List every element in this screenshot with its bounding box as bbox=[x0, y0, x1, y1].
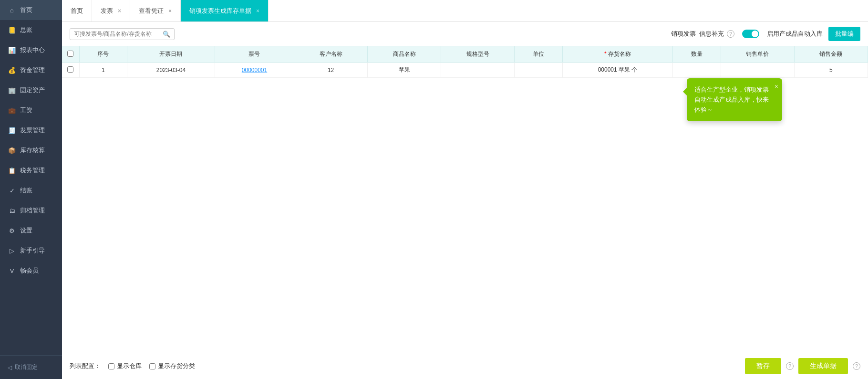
row-model bbox=[441, 63, 515, 78]
row-inventory: 000001 苹果 个 bbox=[562, 63, 673, 78]
search-icon: 🔍 bbox=[163, 31, 170, 38]
sidebar-item-tax[interactable]: 📋 税务管理 bbox=[0, 160, 62, 180]
checkout-icon: ✓ bbox=[8, 186, 16, 195]
sidebar-item-label: 设置 bbox=[20, 226, 32, 235]
search-box[interactable]: 🔍 bbox=[70, 28, 175, 40]
sidebar-item-archive[interactable]: 🗂 归档管理 bbox=[0, 200, 62, 221]
tab-stock-receipt-close[interactable]: × bbox=[256, 8, 259, 14]
tab-invoice[interactable]: 发票 × bbox=[92, 0, 130, 21]
table-header-row: 序号 开票日期 票号 客户名称 商品名称 bbox=[62, 46, 868, 63]
row-ticket-no[interactable]: 00000001 bbox=[215, 63, 294, 78]
toolbar: 🔍 销项发票_信息补充 ? 启用产成品自动入库 批量编 bbox=[62, 22, 868, 46]
settings-icon: ⚙ bbox=[8, 226, 16, 235]
bottom-bar: 列表配置： 显示仓库 显示存货分类 暂存 ? 生成单据 ? bbox=[62, 353, 868, 379]
tax-icon: 📋 bbox=[8, 166, 16, 175]
header-customer: 客户名称 bbox=[294, 46, 368, 63]
header-seq: 序号 bbox=[79, 46, 127, 63]
sidebar-item-label: 工资 bbox=[20, 106, 32, 115]
pin-icon: ◁ bbox=[8, 364, 12, 371]
sidebar-item-checkout[interactable]: ✓ 结账 bbox=[0, 180, 62, 200]
sidebar-item-member[interactable]: V 畅会员 bbox=[0, 261, 62, 281]
salary-icon: 💼 bbox=[8, 106, 16, 115]
pin-toggle[interactable]: ◁ 取消固定 bbox=[0, 359, 62, 375]
pin-label: 取消固定 bbox=[15, 363, 38, 371]
tooltip-close-button[interactable]: × bbox=[775, 81, 778, 92]
tooltip-text: 适合生产型企业，销项发票自动生成产成品入库，快来体验～ bbox=[694, 86, 769, 113]
archive-icon: 🗂 bbox=[8, 206, 16, 215]
sidebar-item-label: 税务管理 bbox=[20, 166, 45, 175]
toggle-knob bbox=[752, 31, 758, 37]
sidebar-bottom: ◁ 取消固定 bbox=[0, 355, 62, 379]
home-icon: ⌂ bbox=[8, 6, 16, 14]
list-config-label: 列表配置： bbox=[70, 362, 101, 370]
tab-voucher-close[interactable]: × bbox=[168, 8, 172, 14]
sidebar-item-label: 总账 bbox=[20, 26, 32, 34]
header-unit-price: 销售单价 bbox=[721, 46, 794, 63]
generate-button[interactable]: 生成单据 bbox=[798, 358, 848, 374]
save-button[interactable]: 暂存 bbox=[745, 358, 781, 374]
show-category-label[interactable]: 显示存货分类 bbox=[149, 362, 195, 370]
tab-stock-receipt-label: 销项发票生成库存单据 bbox=[189, 7, 251, 15]
sidebar-item-ledger[interactable]: 📒 总账 bbox=[0, 20, 62, 40]
sidebar-item-label: 固定资产 bbox=[20, 86, 45, 95]
main-content: 首页 发票 × 查看凭证 × 销项发票生成库存单据 × 🔍 销项发票_信息补充 … bbox=[62, 0, 868, 379]
auto-warehouse-toggle[interactable] bbox=[742, 30, 759, 38]
sidebar-item-label: 报表中心 bbox=[20, 46, 45, 54]
tab-invoice-label: 发票 bbox=[101, 7, 113, 15]
select-all-checkbox[interactable] bbox=[67, 51, 73, 57]
save-help-icon[interactable]: ? bbox=[786, 362, 794, 370]
tab-invoice-close[interactable]: × bbox=[118, 8, 121, 14]
sidebar: ⌂ 首页 📒 总账 📊 报表中心 💰 资金管理 🏢 固定资产 💼 工资 🧾 发票… bbox=[0, 0, 62, 379]
member-icon: V bbox=[8, 266, 16, 275]
header-unit: 单位 bbox=[515, 46, 562, 63]
tab-home[interactable]: 首页 bbox=[62, 0, 92, 21]
bottom-actions: 暂存 ? 生成单据 ? bbox=[745, 358, 860, 374]
batch-button[interactable]: 批量编 bbox=[828, 27, 860, 41]
header-amount: 销售金额 bbox=[794, 46, 868, 63]
search-input[interactable] bbox=[74, 31, 163, 37]
sidebar-item-stock[interactable]: 📦 库存核算 bbox=[0, 140, 62, 160]
header-qty: 数量 bbox=[673, 46, 721, 63]
fund-icon: 💰 bbox=[8, 66, 16, 74]
report-icon: 📊 bbox=[8, 46, 16, 54]
show-warehouse-checkbox[interactable] bbox=[108, 363, 114, 369]
page-content: 🔍 销项发票_信息补充 ? 启用产成品自动入库 批量编 bbox=[62, 22, 868, 379]
table-row: 1 2023-03-04 00000001 12 苹果 000001 苹果 个 … bbox=[62, 63, 868, 78]
header-date: 开票日期 bbox=[127, 46, 215, 63]
tab-stock-receipt[interactable]: 销项发票生成库存单据 × bbox=[181, 0, 269, 21]
show-warehouse-label[interactable]: 显示仓库 bbox=[108, 362, 142, 370]
row-qty bbox=[673, 63, 721, 78]
row-goods-name: 苹果 bbox=[368, 63, 441, 78]
sidebar-item-asset[interactable]: 🏢 固定资产 bbox=[0, 80, 62, 100]
info-help-icon[interactable]: ? bbox=[727, 30, 734, 38]
sidebar-item-salary[interactable]: 💼 工资 bbox=[0, 100, 62, 120]
header-model: 规格型号 bbox=[441, 46, 515, 63]
sidebar-item-report[interactable]: 📊 报表中心 bbox=[0, 40, 62, 60]
sidebar-item-label: 归档管理 bbox=[20, 206, 45, 215]
header-checkbox-cell bbox=[62, 46, 79, 63]
sidebar-item-fund[interactable]: 💰 资金管理 bbox=[0, 60, 62, 80]
sidebar-item-home[interactable]: ⌂ 首页 bbox=[0, 0, 62, 20]
header-ticket-no: 票号 bbox=[215, 46, 294, 63]
show-category-checkbox[interactable] bbox=[149, 363, 155, 369]
tab-voucher[interactable]: 查看凭证 × bbox=[130, 0, 181, 21]
data-table: 序号 开票日期 票号 客户名称 商品名称 bbox=[62, 46, 868, 78]
stock-icon: 📦 bbox=[8, 146, 16, 155]
row-customer: 12 bbox=[294, 63, 368, 78]
row-amount: 5 bbox=[794, 63, 868, 78]
sidebar-item-label: 新手引导 bbox=[20, 246, 45, 255]
ledger-icon: 📒 bbox=[8, 26, 16, 34]
generate-help-icon[interactable]: ? bbox=[853, 362, 860, 370]
row-date: 2023-03-04 bbox=[127, 63, 215, 78]
sidebar-item-guide[interactable]: ▷ 新手引导 bbox=[0, 241, 62, 261]
sidebar-item-label: 首页 bbox=[20, 6, 32, 14]
guide-icon: ▷ bbox=[8, 246, 16, 255]
sidebar-item-label: 资金管理 bbox=[20, 66, 45, 74]
sidebar-item-label: 畅会员 bbox=[20, 266, 39, 275]
tab-bar: 首页 发票 × 查看凭证 × 销项发票生成库存单据 × bbox=[62, 0, 868, 22]
sidebar-item-settings[interactable]: ⚙ 设置 bbox=[0, 221, 62, 241]
sidebar-item-label: 库存核算 bbox=[20, 146, 45, 155]
row-checkbox[interactable] bbox=[67, 66, 73, 73]
header-goods-name: 商品名称 bbox=[368, 46, 441, 63]
sidebar-item-invoice[interactable]: 🧾 发票管理 bbox=[0, 120, 62, 140]
